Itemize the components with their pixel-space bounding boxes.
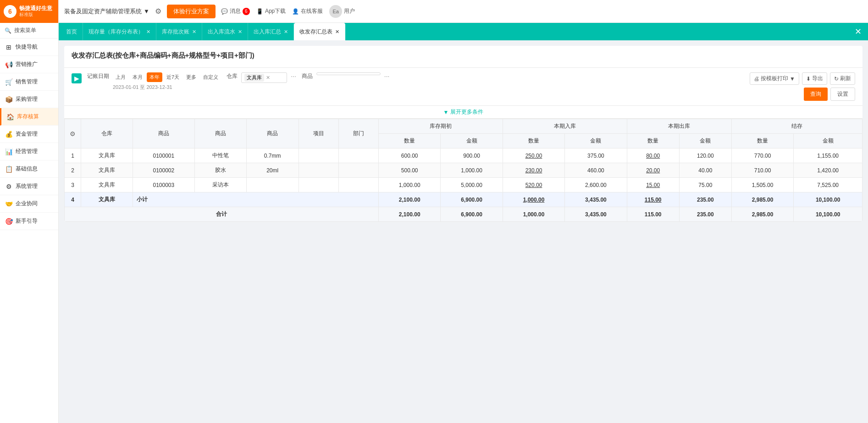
sidebar-item-marketing[interactable]: 📢营销推广 bbox=[0, 56, 58, 73]
row-opening-qty: 600.00 bbox=[379, 148, 441, 163]
row-opening-amt: 1,000.00 bbox=[441, 163, 503, 178]
nav-label-finance: 资金管理 bbox=[16, 130, 38, 138]
tab-close-inout-summary[interactable]: ✕ bbox=[284, 29, 288, 35]
search-menu-item[interactable]: 🔍 搜索菜单 bbox=[0, 23, 58, 38]
column-settings-gear-icon[interactable]: ⚙ bbox=[70, 130, 76, 137]
sidebar-item-purchase[interactable]: 📦采购管理 bbox=[0, 91, 58, 108]
message-icon: 💬 bbox=[221, 8, 228, 15]
col-in-amt: 金额 bbox=[565, 134, 627, 148]
col-in-qty: 数量 bbox=[503, 134, 564, 148]
warehouse-input[interactable]: 文具库 ✕ bbox=[241, 72, 287, 83]
date-quick-btn-本月[interactable]: 本月 bbox=[130, 72, 145, 82]
nav-icon-inventory: 🏠 bbox=[6, 113, 14, 121]
subtotal-in-qty[interactable]: 1,000.00 bbox=[503, 192, 564, 207]
trial-button[interactable]: 体验行业方案 bbox=[167, 5, 216, 18]
settings-icon[interactable]: ⚙ bbox=[155, 7, 161, 16]
subtotal-closing-amt: 10,100.00 bbox=[794, 192, 862, 207]
table-settings-button[interactable]: 设置 bbox=[830, 88, 855, 101]
row-name: 胶水 bbox=[195, 163, 247, 178]
nav-icon-basic-info: 📋 bbox=[5, 165, 13, 173]
close-all-tabs-button[interactable]: ✕ bbox=[850, 27, 866, 37]
total-opening-amt: 6,900.00 bbox=[441, 207, 503, 222]
sidebar-title-block: 畅捷通好生意 标准版 bbox=[19, 5, 52, 18]
expand-more-conditions-button[interactable]: ▼ 展开更多条件 bbox=[443, 108, 484, 116]
row-out-qty[interactable]: 80.00 bbox=[627, 148, 679, 163]
subtotal-closing-qty: 2,985.00 bbox=[731, 192, 793, 207]
col-name: 商品 bbox=[195, 119, 247, 148]
row-out-qty[interactable]: 15.00 bbox=[627, 178, 679, 192]
row-out-qty[interactable]: 20.00 bbox=[627, 163, 679, 178]
row-in-qty[interactable]: 230.00 bbox=[503, 163, 564, 178]
query-button[interactable]: 查询 bbox=[804, 88, 828, 101]
filter-area: ▶ 记账日期 上月本月本年近7天更多自定义 2023-01-01 至 2023-… bbox=[64, 68, 862, 106]
tab-close-receive-summary[interactable]: ✕ bbox=[335, 29, 339, 35]
col-opening-qty: 数量 bbox=[379, 134, 441, 148]
date-filter-label: 记账日期 bbox=[87, 72, 109, 80]
subtotal-out-qty[interactable]: 115.00 bbox=[627, 192, 679, 207]
tab-close-flow[interactable]: ✕ bbox=[238, 29, 242, 35]
nav-label-purchase: 采购管理 bbox=[16, 95, 38, 103]
row-closing-qty: 1,505.00 bbox=[731, 178, 793, 192]
subtotal-in-amt: 3,435.00 bbox=[565, 192, 627, 207]
tab-batch-ledger[interactable]: 库存批次账✕ bbox=[156, 23, 202, 40]
app-download-item[interactable]: 📱 App下载 bbox=[256, 7, 286, 15]
sidebar-item-sales[interactable]: 🛒销售管理 bbox=[0, 73, 58, 91]
sidebar-item-operations[interactable]: 📊经营管理 bbox=[0, 143, 58, 160]
date-quick-btn-近7天[interactable]: 近7天 bbox=[164, 72, 182, 82]
sidebar-item-inventory[interactable]: 🏠库存核算 bbox=[0, 108, 58, 126]
tab-flow[interactable]: 出入库流水✕ bbox=[202, 23, 248, 40]
online-support-item[interactable]: 👤 在线客服 bbox=[292, 7, 323, 15]
col-dept: 部门 bbox=[338, 119, 378, 148]
sidebar-item-finance[interactable]: 💰资金管理 bbox=[0, 126, 58, 143]
warehouse-tag-close[interactable]: ✕ bbox=[266, 75, 270, 81]
tab-close-inventory-dist[interactable]: ✕ bbox=[146, 29, 150, 35]
row-closing-qty: 710.00 bbox=[731, 163, 793, 178]
row-no: 2 bbox=[65, 163, 81, 178]
refresh-button[interactable]: ↻ 刷新 bbox=[830, 72, 855, 85]
date-quick-btn-更多[interactable]: 更多 bbox=[183, 72, 199, 82]
goods-filter-section: 商品 ··· bbox=[302, 72, 390, 80]
tab-receive-summary[interactable]: 收发存汇总表✕ bbox=[294, 23, 345, 40]
date-quick-buttons: 上月本月本年近7天更多自定义 bbox=[113, 72, 221, 82]
print-button[interactable]: 🖨 按模板打印 ▼ bbox=[750, 72, 799, 85]
row-code: 0100001 bbox=[133, 148, 194, 163]
sidebar-item-guide[interactable]: 🎯新手引导 bbox=[0, 213, 58, 230]
tab-inventory-dist[interactable]: 现存量（库存分布表）✕ bbox=[83, 23, 156, 40]
message-item[interactable]: 💬 消息 6 bbox=[221, 7, 250, 15]
col-warehouse: 仓库 bbox=[81, 119, 133, 148]
warehouse-more-options[interactable]: ··· bbox=[291, 72, 296, 80]
system-selector[interactable]: 装备及固定资产辅助管理系统 ▼ bbox=[64, 7, 149, 16]
row-dept bbox=[338, 163, 378, 178]
tab-inout-summary[interactable]: 出入库汇总✕ bbox=[248, 23, 294, 40]
sidebar-item-enterprise[interactable]: 🤝企业协同 bbox=[0, 195, 58, 213]
row-closing-qty: 770.00 bbox=[731, 148, 793, 163]
phone-icon: 📱 bbox=[256, 8, 263, 15]
page-area: 收发存汇总表(按仓库+商品编码+商品+规格型号+项目+部门) ▶ 记账日期 上月… bbox=[59, 40, 868, 423]
tab-close-batch-ledger[interactable]: ✕ bbox=[192, 29, 196, 35]
row-opening-amt: 5,000.00 bbox=[441, 178, 503, 192]
filter-expand-button[interactable]: ▶ bbox=[72, 73, 82, 83]
row-in-qty[interactable]: 520.00 bbox=[503, 178, 564, 192]
row-project bbox=[299, 148, 338, 163]
row-closing-amt: 1,155.00 bbox=[794, 148, 862, 163]
date-quick-btn-上月[interactable]: 上月 bbox=[113, 72, 128, 82]
nav-icon-system: ⚙ bbox=[5, 183, 13, 190]
date-quick-btn-自定义[interactable]: 自定义 bbox=[200, 72, 221, 82]
table-row: 2 文具库 0100002 胶水 20ml 500.00 1,000.00 23… bbox=[65, 163, 862, 178]
row-in-qty[interactable]: 250.00 bbox=[503, 148, 564, 163]
total-out-amt: 235.00 bbox=[679, 207, 731, 222]
date-quick-btn-本年[interactable]: 本年 bbox=[147, 72, 162, 82]
table-container: ⚙ 仓库 商品 商品 商品 项目 部门 库存期初 本期入库 本期出库 结存 bbox=[64, 119, 862, 222]
row-out-amt: 40.00 bbox=[679, 163, 731, 178]
goods-input[interactable] bbox=[316, 72, 381, 75]
row-opening-qty: 500.00 bbox=[379, 163, 441, 178]
sidebar-item-basic-info[interactable]: 📋基础信息 bbox=[0, 160, 58, 178]
row-name: 采访本 bbox=[195, 178, 247, 192]
export-button[interactable]: ⬇ 导出 bbox=[802, 72, 827, 85]
col-code: 商品 bbox=[133, 119, 194, 148]
sidebar-item-quick-nav[interactable]: ⊞快捷导航 bbox=[0, 38, 58, 56]
goods-more-options[interactable]: ··· bbox=[384, 72, 390, 80]
tab-home[interactable]: 首页 bbox=[61, 23, 83, 40]
user-item[interactable]: Ea 用户 bbox=[329, 5, 355, 18]
sidebar-item-system[interactable]: ⚙系统管理 bbox=[0, 178, 58, 195]
